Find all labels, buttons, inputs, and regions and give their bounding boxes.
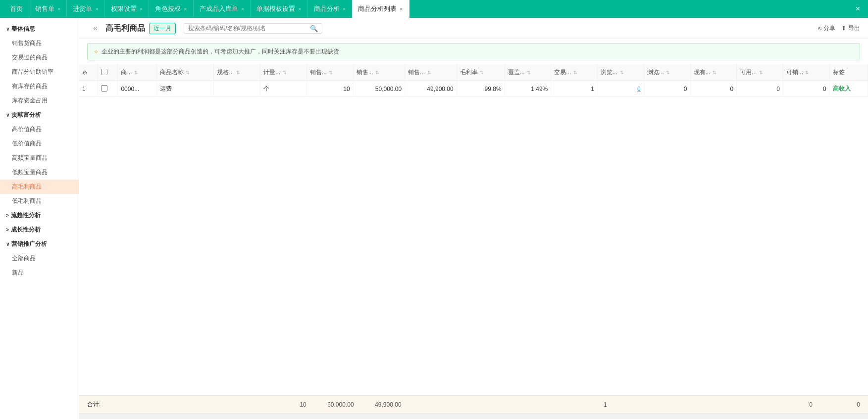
nav-tab-permission_settings[interactable]: 权限设置× (105, 0, 149, 18)
sidebar-group-bcg[interactable]: ∨贡献富分析 (0, 108, 79, 122)
tab-close-icon[interactable]: × (95, 6, 98, 12)
cell-spec (214, 81, 260, 97)
content-header: « 高毛利商品 近一月 🔍 ⎋ 分享 ⬆ 导出 (79, 18, 868, 39)
cell-sales_profit: 49,900.00 (405, 81, 457, 97)
sidebar-item-traded_goods[interactable]: 交易过的商品 (0, 50, 79, 65)
info-message: 企业的主要的利润都是这部分商品创造的，可考虑加大推广，同时关注库存是不要出现缺货 (102, 47, 339, 56)
sort-icon: ⇅ (618, 70, 624, 75)
col-header-in_stock[interactable]: 现有... ⇅ (690, 64, 737, 81)
tab-close-icon[interactable]: × (343, 6, 346, 12)
sort-icon: ⇅ (712, 70, 717, 75)
tab-close-icon[interactable]: × (184, 6, 187, 12)
table-wrapper: ⚙商... ⇅商品名称 ⇅规格... ⇅计量... ⇅销售... ⇅销售... … (79, 64, 868, 395)
col-header-trade_count[interactable]: 交易... ⇅ (551, 64, 598, 81)
col-header-settings: ⚙ (79, 64, 98, 81)
top-nav: 首页销售单×进货单×权限设置×角色授权×产成品入库单×单据模板设置×商品分析×商… (0, 0, 868, 18)
tab-close-icon[interactable]: × (400, 6, 403, 12)
col-header-sales_qty[interactable]: 销售... ⇅ (306, 64, 353, 81)
sort-icon: ⇅ (426, 70, 431, 75)
nav-tab-sales[interactable]: 销售单× (29, 0, 67, 18)
group-label: 贡献富分析 (11, 111, 41, 119)
col-header-coverage[interactable]: 覆盖... ⇅ (505, 64, 551, 81)
info-bar: ✧ 企业的主要的利润都是这部分商品创造的，可考虑加大推广，同时关注库存是不要出现… (87, 43, 860, 60)
footer-available-total: 0 (820, 401, 860, 408)
select-all-checkbox[interactable] (101, 69, 107, 75)
cell-code: 0000... (118, 81, 156, 97)
sidebar-item-high_value[interactable]: 高价值商品 (0, 122, 79, 137)
sidebar-item-low_value[interactable]: 低价值商品 (0, 137, 79, 151)
export-icon: ⬆ (841, 25, 846, 32)
cell-tag: 高收入 (829, 81, 868, 97)
share-button[interactable]: ⎋ 分享 (818, 24, 835, 33)
search-input[interactable] (188, 25, 310, 32)
col-header-available[interactable]: 可用... ⇅ (737, 64, 783, 81)
sidebar-item-high_margin[interactable]: 高毛利商品 (0, 180, 79, 194)
header-actions: ⎋ 分享 ⬆ 导出 (818, 24, 860, 33)
chevron-icon: ∨ (6, 112, 9, 118)
nav-tab-product_entry[interactable]: 产成品入库单× (194, 0, 251, 18)
tab-close-icon[interactable]: × (140, 6, 143, 12)
cell-sellable: 0 (783, 81, 829, 97)
tab-close-icon[interactable]: × (57, 6, 60, 12)
cell-sales_qty: 10 (306, 81, 353, 97)
tab-close-icon[interactable]: × (241, 6, 244, 12)
sidebar-item-stock_capital[interactable]: 库存资金占用 (0, 93, 79, 108)
col-header-sales_amount[interactable]: 销售... ⇅ (353, 64, 405, 81)
sidebar-group-growth[interactable]: >成长性分析 (0, 223, 79, 237)
sidebar-item-high_freq[interactable]: 高频宝量商品 (0, 151, 79, 165)
cell-seq: 1 (79, 81, 98, 97)
time-filter-button[interactable]: 近一月 (149, 23, 176, 34)
collapse-button[interactable]: « (89, 22, 102, 35)
col-header-sellable[interactable]: 可销... ⇅ (783, 64, 829, 81)
sidebar: ∨整体信息销售货商品交易过的商品商品分销助销率有库存的商品库存资金占用∨贡献富分… (0, 18, 79, 419)
nav-tab-purchase[interactable]: 进货单× (67, 0, 104, 18)
sidebar-group-marketing[interactable]: ∨营销推广分析 (0, 237, 79, 251)
col-header-gross_margin[interactable]: 毛利率 ⇅ (457, 64, 505, 81)
sidebar-item-in_stock_goods[interactable]: 有库存的商品 (0, 79, 79, 93)
scroll-bar[interactable] (79, 413, 868, 419)
tab-close-icon[interactable]: × (298, 6, 301, 12)
sidebar-item-new_goods[interactable]: 新品 (0, 266, 79, 280)
table-footer: 合计: 10 50,000.00 49,900.00 1 0 0 (79, 395, 868, 413)
sort-icon: ⇅ (374, 70, 380, 75)
sort-icon: ⇅ (185, 70, 190, 75)
chevron-icon: > (6, 213, 9, 218)
nav-tab-product_analysis_list[interactable]: 商品分析列表× (352, 0, 409, 18)
col-header-code[interactable]: 商... ⇅ (118, 64, 156, 81)
search-icon[interactable]: 🔍 (310, 25, 318, 32)
sidebar-item-low_margin[interactable]: 低毛利商品 (0, 194, 79, 208)
main-area: ∨整体信息销售货商品交易过的商品商品分销助销率有库存的商品库存资金占用∨贡献富分… (0, 18, 868, 419)
nav-tab-product_analysis[interactable]: 商品分析× (308, 0, 352, 18)
data-table: ⚙商... ⇅商品名称 ⇅规格... ⇅计量... ⇅销售... ⇅销售... … (79, 64, 868, 97)
close-all-button[interactable]: × (852, 4, 864, 13)
cell-checkbox[interactable] (98, 81, 118, 97)
cell-trade_count: 1 (551, 81, 598, 97)
col-header-sales_profit[interactable]: 销售... ⇅ (405, 64, 457, 81)
nav-tab-role_permission[interactable]: 角色授权× (149, 0, 193, 18)
footer-sales-qty: 10 (267, 401, 306, 408)
sidebar-group-trend[interactable]: >流趋性分析 (0, 208, 79, 223)
cell-sales_amount: 50,000.00 (353, 81, 405, 97)
nav-tab-template_settings[interactable]: 单据模板设置× (251, 0, 307, 18)
col-header-browse1[interactable]: 浏览... ⇅ (598, 64, 644, 81)
table-row: 10000...运费个1050,000.0049,900.0099.8%1.49… (79, 81, 868, 97)
group-label: 整体信息 (11, 25, 35, 33)
row-checkbox[interactable] (101, 85, 107, 92)
sidebar-group-overall[interactable]: ∨整体信息 (0, 22, 79, 36)
col-header-spec[interactable]: 规格... ⇅ (214, 64, 260, 81)
cell-coverage: 1.49% (505, 81, 551, 97)
sidebar-item-sales_goods[interactable]: 销售货商品 (0, 36, 79, 50)
cell-browse1[interactable]: 0 (598, 81, 644, 97)
sidebar-item-low_freq[interactable]: 低频宝量商品 (0, 165, 79, 180)
sort-icon: ⇅ (758, 70, 763, 75)
group-label: 营销推广分析 (11, 240, 47, 248)
export-button[interactable]: ⬆ 导出 (841, 24, 860, 33)
col-header-browse2[interactable]: 浏览... ⇅ (644, 64, 690, 81)
sort-icon: ⇅ (804, 70, 810, 75)
share-icon: ⎋ (818, 25, 821, 32)
sidebar-item-analysis_contribution[interactable]: 商品分销助销率 (0, 65, 79, 79)
nav-tab-home[interactable]: 首页 (4, 0, 29, 18)
col-header-name[interactable]: 商品名称 ⇅ (156, 64, 214, 81)
sidebar-item-all_goods[interactable]: 全部商品 (0, 251, 79, 266)
col-header-unit[interactable]: 计量... ⇅ (260, 64, 307, 81)
